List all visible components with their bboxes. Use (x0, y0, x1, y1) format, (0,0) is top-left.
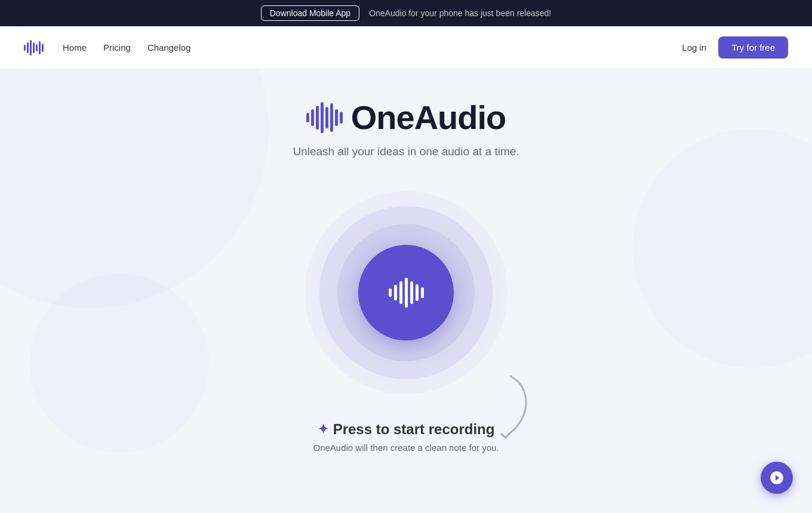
record-main-text: ✦ Press to start recording (318, 421, 495, 438)
nav-links: Home Pricing Changelog (63, 42, 190, 53)
hero-brand-text: OneAudio (351, 98, 506, 137)
nav-pricing[interactable]: Pricing (103, 42, 131, 53)
nav-changelog[interactable]: Changelog (147, 42, 191, 53)
login-button[interactable]: Log in (682, 42, 706, 53)
record-btn-icon (389, 278, 424, 308)
nav-right: Log in Try for free (682, 36, 788, 59)
record-cta-subtext: OneAudio will then create a clean note f… (313, 443, 499, 453)
nav-left: Home Pricing Changelog (24, 40, 190, 56)
announcement-bar: Download Mobile App OneAudio for your ph… (0, 0, 812, 26)
fab-button[interactable] (761, 462, 793, 494)
sparkle-icon: ✦ (318, 422, 328, 437)
swirl-arrow-icon (493, 373, 528, 439)
fab-icon (769, 470, 785, 486)
navbar: Home Pricing Changelog Log in Try for fr… (0, 26, 812, 69)
logo[interactable] (24, 40, 44, 56)
record-button[interactable] (358, 245, 454, 340)
hero-subtitle: Unleash all your ideas in one audio at a… (293, 145, 519, 158)
record-cta-label: Press to start recording (333, 421, 495, 438)
record-cta: ✦ Press to start recording OneAudio will… (313, 421, 499, 453)
hero-waveform-icon (306, 102, 343, 133)
main-content-inner: OneAudio Unleash all your ideas in one a… (293, 98, 519, 453)
waveform-icon (24, 40, 44, 56)
recording-area (296, 182, 516, 403)
try-free-button[interactable]: Try for free (718, 36, 788, 59)
download-mobile-btn[interactable]: Download Mobile App (261, 5, 359, 21)
main-content: OneAudio Unleash all your ideas in one a… (0, 69, 812, 453)
hero-title: OneAudio (306, 98, 506, 137)
announcement-text: OneAudio for your phone has just been re… (369, 8, 551, 18)
nav-home[interactable]: Home (63, 42, 87, 53)
